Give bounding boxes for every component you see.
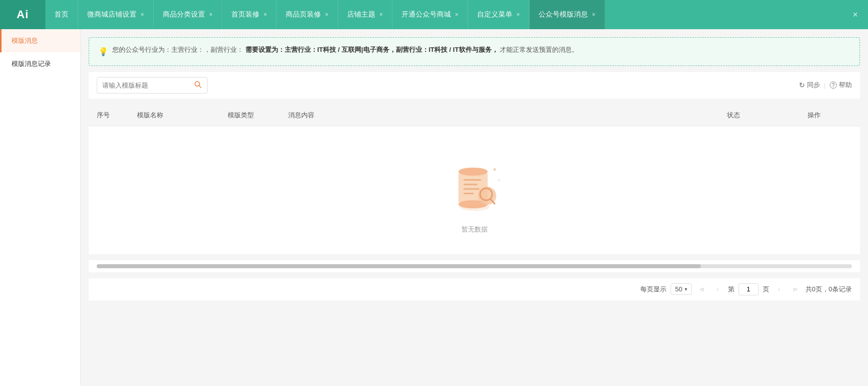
empty-state: ✦ ✦ 暂无数据 [89, 126, 860, 254]
nav-tab-custom-menu-label: 自定义菜单 [477, 10, 512, 19]
nav-tab-home-decor[interactable]: 首页装修 × [222, 0, 277, 29]
help-button[interactable]: ? 帮助 [830, 81, 852, 90]
per-page-label: 每页显示 [640, 285, 666, 294]
page-next-icon: › [778, 286, 780, 293]
col-action: 操作 [799, 105, 860, 126]
logo-text: Ai [17, 8, 29, 21]
svg-rect-6 [463, 179, 481, 181]
col-status: 状态 [719, 105, 799, 126]
svg-point-4 [458, 168, 488, 176]
search-icon[interactable] [194, 81, 202, 90]
sync-button[interactable]: ↻ 同步 [799, 81, 820, 90]
main-content: 💡 您的公众号行业为：主营行业：，副营行业： 需要设置为：主营行业：IT科技 /… [81, 29, 868, 386]
col-type: 模版类型 [220, 105, 280, 126]
sync-icon: ↻ [799, 81, 805, 89]
svg-text:✦: ✦ [497, 178, 501, 183]
notice-icon: 💡 [98, 45, 108, 58]
main-layout: 模版消息 模版消息记录 💡 您的公众号行业为：主营行业：，副营行业： 需要设置为… [0, 29, 868, 386]
close-category-icon[interactable]: × [209, 11, 213, 18]
scroll-track[interactable] [89, 260, 860, 272]
nav-tab-home-label: 首页 [54, 10, 69, 19]
sidebar-item-template-msg-record[interactable]: 模版消息记录 [0, 52, 80, 75]
nav-tab-product-decor-label: 商品页装修 [286, 10, 321, 19]
close-open-store-icon[interactable]: × [455, 11, 458, 18]
help-label: 帮助 [839, 81, 852, 90]
nav-tab-store-settings[interactable]: 微商城店铺设置 × [78, 0, 154, 29]
nav-tab-theme-label: 店铺主题 [347, 10, 375, 19]
nav-tab-home[interactable]: 首页 [45, 0, 78, 29]
toolbar-right: ↻ 同步 | ? 帮助 [799, 81, 852, 90]
notice-box: 💡 您的公众号行业为：主营行业：，副营行业： 需要设置为：主营行业：IT科技 /… [89, 37, 860, 66]
page-label-pre: 第 [728, 285, 735, 294]
nav-tab-open-store[interactable]: 开通公众号商城 × [392, 0, 468, 29]
nav-tab-custom-menu[interactable]: 自定义菜单 × [468, 0, 529, 29]
svg-rect-9 [463, 193, 474, 194]
close-theme-icon[interactable]: × [379, 11, 383, 18]
pagination: 每页显示 50 ▾ ⊲ ‹ 第 页 › ⊳ 共0页，0条记录 [89, 278, 860, 300]
notice-text-after: 才能正常发送预置的消息。 [500, 46, 578, 53]
sidebar-item-template-msg[interactable]: 模版消息 [0, 29, 80, 52]
page-prev-icon: ‹ [717, 286, 719, 293]
sidebar: 模版消息 模版消息记录 [0, 29, 81, 386]
page-first-icon: ⊲ [699, 286, 704, 293]
per-page-dropdown-icon: ▾ [685, 286, 687, 292]
notice-text-before: 您的公众号行业为：主营行业：，副营行业： [112, 46, 243, 53]
toolbar: ↻ 同步 | ? 帮助 [89, 72, 860, 99]
svg-line-1 [199, 86, 201, 88]
data-table: 序号 模版名称 模版类型 消息内容 状态 操作 [89, 105, 860, 254]
empty-state-icon: ✦ ✦ [444, 157, 505, 217]
page-next-button[interactable]: › [773, 283, 785, 295]
nav-tab-category[interactable]: 商品分类设置 × [154, 0, 222, 29]
top-navigation: Ai 首页 微商城店铺设置 × 商品分类设置 × 首页装修 × 商品页装修 × … [0, 0, 868, 29]
scroll-bar-thumb [97, 264, 701, 268]
toolbar-divider: | [824, 82, 826, 89]
empty-state-text: 暂无数据 [461, 225, 488, 234]
page-last-icon: ⊳ [793, 286, 798, 293]
nav-tab-theme[interactable]: 店铺主题 × [338, 0, 392, 29]
svg-text:✦: ✦ [492, 166, 497, 173]
pagination-total: 共0页，0条记录 [806, 285, 852, 294]
svg-rect-8 [463, 188, 480, 190]
nav-tab-product-decor[interactable]: 商品页装修 × [277, 0, 338, 29]
per-page-select[interactable]: 50 ▾ [671, 283, 691, 295]
search-box[interactable] [97, 77, 208, 94]
close-product-decor-icon[interactable]: × [325, 11, 328, 18]
page-prev-button[interactable]: ‹ [712, 283, 724, 295]
close-custom-menu-icon[interactable]: × [516, 11, 520, 18]
col-name: 模版名称 [129, 105, 220, 126]
page-first-button[interactable]: ⊲ [696, 283, 708, 295]
page-label-post: 页 [763, 285, 769, 294]
col-index: 序号 [89, 105, 129, 126]
close-store-settings-icon[interactable]: × [141, 11, 144, 18]
sidebar-item-template-msg-record-label: 模版消息记录 [12, 60, 51, 67]
close-template-msg-icon[interactable]: × [592, 11, 595, 18]
app-logo: Ai [0, 0, 45, 29]
scroll-bar-outer [97, 264, 852, 268]
nav-tab-template-msg[interactable]: 公众号模版消息 × [529, 0, 605, 29]
nav-tab-template-msg-label: 公众号模版消息 [539, 10, 588, 19]
page-input[interactable] [739, 283, 759, 295]
notice-text-bold: 需要设置为：主营行业：IT科技 / 互联网|电子商务，副营行业：IT科技 / I… [245, 46, 498, 53]
sync-label: 同步 [807, 81, 820, 90]
nav-tab-open-store-label: 开通公众号商城 [402, 10, 451, 19]
nav-tab-home-decor-label: 首页装修 [231, 10, 259, 19]
help-icon: ? [830, 82, 837, 89]
svg-rect-7 [463, 184, 478, 185]
col-content: 消息内容 [280, 105, 719, 126]
close-all-tabs-button[interactable]: × [842, 10, 868, 20]
search-input[interactable] [102, 82, 191, 89]
close-home-decor-icon[interactable]: × [263, 11, 267, 18]
nav-tab-category-label: 商品分类设置 [163, 10, 205, 19]
per-page-value: 50 [675, 285, 682, 293]
table-header: 序号 模版名称 模版类型 消息内容 状态 操作 [89, 105, 860, 126]
page-last-button[interactable]: ⊳ [789, 283, 802, 295]
nav-tab-store-settings-label: 微商城店铺设置 [87, 10, 137, 19]
notice-text: 您的公众号行业为：主营行业：，副营行业： 需要设置为：主营行业：IT科技 / 互… [112, 45, 578, 55]
sidebar-item-template-msg-label: 模版消息 [12, 37, 38, 44]
